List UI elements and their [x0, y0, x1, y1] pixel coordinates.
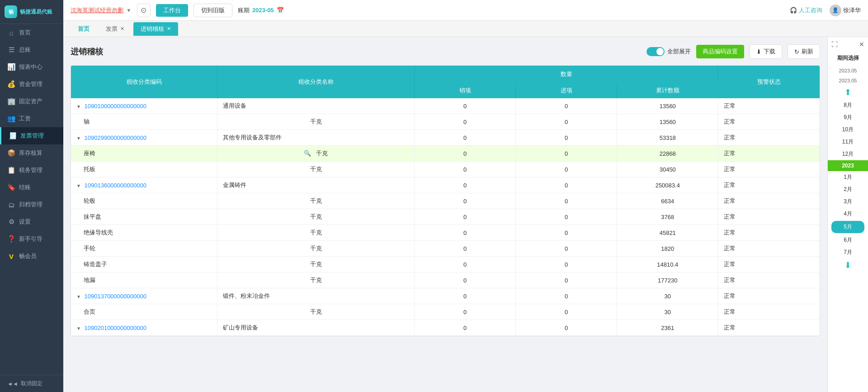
category-purchase: 0 [516, 288, 617, 304]
expand-icon[interactable]: ▼ [76, 326, 81, 331]
period-year-2023[interactable]: 2023 [828, 160, 868, 171]
child-sale: 0 [415, 114, 516, 130]
calendar-icon[interactable]: 📅 [277, 7, 284, 14]
refresh-btn[interactable]: ↻ 刷新 [788, 44, 820, 59]
child-unit: 千克 [217, 225, 415, 241]
sidebar-label-payroll: 工资 [19, 115, 31, 123]
period-scroll-down[interactable]: ⬇ [828, 258, 868, 272]
page-actions: 全部展开 商品编码设置 ⬇ 下载 ↻ 刷新 [646, 44, 820, 59]
child-name: 地漏 [71, 272, 217, 288]
support-btn[interactable]: 🎧 人工咨询 [790, 6, 822, 14]
company-name[interactable]: 沈海英测试经营勿删 [71, 6, 123, 14]
child-name: 抹平盘 [71, 209, 217, 225]
table-row: 座椅 🔍 千克 0 0 22868 正常 [71, 146, 820, 162]
child-name: 手轮 [71, 241, 217, 257]
period-header-2: 2023.05 [828, 76, 868, 86]
period-9[interactable]: 9月 [828, 111, 868, 124]
toggle-track[interactable] [646, 47, 665, 56]
period-1[interactable]: 1月 [828, 171, 868, 183]
category-code: ▼ 1090299000000000000 [71, 130, 217, 146]
child-name: 轴 [71, 114, 217, 130]
period-12[interactable]: 12月 [828, 148, 868, 160]
company-selector[interactable]: 沈海英测试经营勿删 ▼ [71, 6, 132, 14]
panel-title: 期间选择 [837, 54, 859, 62]
sidebar-item-reports[interactable]: 📊 报表中心 [0, 58, 63, 76]
tab-home[interactable]: 首页 [71, 22, 97, 36]
table-row: 轮毂 千克 0 0 6634 正常 [71, 193, 820, 209]
sidebar-item-guide[interactable]: ❓ 新手引导 [0, 230, 63, 248]
page-title: 进销稽核 [71, 46, 103, 57]
sidebar-unpin-btn[interactable]: ◄◄ 取消固定 [0, 375, 63, 392]
period-header-1: 2023.05 [828, 66, 868, 76]
period-scroll-up[interactable]: ⬆ [828, 86, 868, 99]
category-code: ▼ 1090137000000000000 [71, 288, 217, 304]
expand-icon[interactable]: ▼ [76, 104, 81, 109]
sidebar-item-settlement[interactable]: 🔖 结账 [0, 179, 63, 196]
period-3[interactable]: 3月 [828, 196, 868, 208]
period-5[interactable]: 5月 [831, 221, 864, 233]
category-name: 矿山专用设备 [217, 320, 415, 336]
expand-icon[interactable]: ▼ [76, 183, 81, 188]
page-header: 进销稽核 全部展开 商品编码设置 ⬇ 下载 ↻ 刷 [71, 44, 820, 59]
child-purchase: 0 [516, 272, 617, 288]
workbench-btn[interactable]: 工作台 [156, 4, 188, 17]
period-11[interactable]: 11月 [828, 136, 868, 148]
child-purchase: 0 [516, 114, 617, 130]
panel-close-btn[interactable]: ✕ [859, 41, 864, 48]
tab-invoice-close[interactable]: ✕ [120, 26, 124, 32]
table-row: 抹平盘 千克 0 0 3768 正常 [71, 209, 820, 225]
company-settings-btn[interactable]: ⊙ [137, 4, 151, 17]
child-unit: 千克 [217, 193, 415, 209]
user-menu[interactable]: 👤 徐泽华 [830, 5, 861, 16]
period-6[interactable]: 6月 [828, 234, 868, 246]
child-total: 1820 [617, 241, 718, 257]
download-btn[interactable]: ⬇ 下载 [750, 44, 782, 59]
switch-version-btn[interactable]: 切到旧版 [193, 4, 232, 17]
unpin-icon: ◄◄ [7, 381, 18, 387]
child-sale: 0 [415, 162, 516, 177]
sidebar-item-assets[interactable]: 🏢 固定资产 [0, 93, 63, 110]
period-4[interactable]: 4月 [828, 208, 868, 220]
tab-home-label: 首页 [78, 25, 90, 33]
sidebar-label-guide: 新手引导 [19, 235, 42, 243]
expand-icon[interactable]: ▼ [76, 294, 81, 299]
period-8[interactable]: 8月 [828, 99, 868, 111]
expand-toggle[interactable]: 全部展开 [646, 47, 691, 56]
sidebar-item-tax[interactable]: 📋 税务管理 [0, 162, 63, 179]
sidebar-item-funds[interactable]: 💰 资金管理 [0, 76, 63, 93]
sidebar-item-home[interactable]: ⌂ 首页 [0, 24, 63, 41]
user-name: 徐泽华 [843, 6, 861, 14]
period-10[interactable]: 10月 [828, 124, 868, 136]
table-row: 地漏 千克 0 0 177230 正常 [71, 272, 820, 288]
category-name: 金属铸件 [217, 177, 415, 193]
product-code-btn[interactable]: 商品编码设置 [696, 45, 744, 58]
sidebar-label-assets: 固定资产 [19, 97, 42, 105]
sidebar-item-member[interactable]: V 畅会员 [0, 248, 63, 265]
search-icon-cell[interactable]: 🔍 [304, 150, 311, 157]
category-sale: 0 [415, 177, 516, 193]
period-2[interactable]: 2月 [828, 183, 868, 196]
child-name: 合页 [71, 304, 217, 320]
sidebar-item-ledger[interactable]: ☰ 总账 [0, 41, 63, 58]
sidebar-item-archive[interactable]: 🗂 归档管理 [0, 196, 63, 213]
panel-expand-btn[interactable]: ⛶ [831, 41, 838, 48]
child-warning: 正常 [718, 272, 820, 288]
sidebar-item-inventory[interactable]: 📦 库存核算 [0, 144, 63, 162]
col-header-tax-code: 税收分类编码 [71, 66, 217, 98]
category-purchase: 0 [516, 130, 617, 146]
sidebar-item-settings[interactable]: ⚙ 设置 [0, 213, 63, 230]
support-label: 人工咨询 [799, 6, 822, 14]
sidebar-item-payroll[interactable]: 👥 工资 [0, 110, 63, 127]
toggle-thumb [656, 48, 664, 55]
settings-icon: ⚙ [7, 218, 15, 226]
sidebar-item-invoice[interactable]: 🧾 发票管理 [0, 127, 63, 144]
category-total: 13560 [617, 98, 718, 114]
child-sale: 0 [415, 241, 516, 257]
tab-invoice[interactable]: 发票 ✕ [99, 22, 132, 36]
tab-reconcile-close[interactable]: ✕ [167, 26, 171, 32]
expand-icon[interactable]: ▼ [76, 136, 81, 141]
tab-reconcile[interactable]: 进销稽核 ✕ [133, 22, 178, 36]
member-icon: V [7, 253, 15, 260]
child-warning: 正常 [718, 209, 820, 225]
period-7[interactable]: 7月 [828, 246, 868, 258]
